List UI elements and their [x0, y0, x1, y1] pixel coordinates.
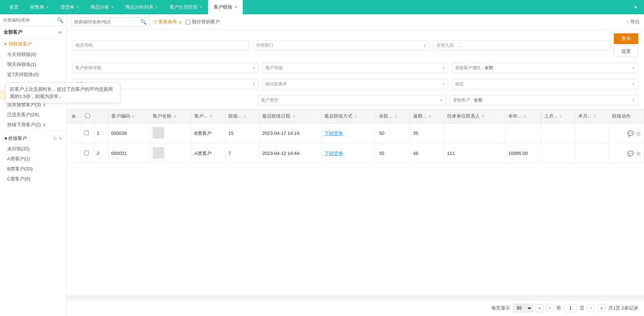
nav-purchase-close[interactable]: ×: [77, 5, 79, 10]
th-action: 联络动作: [609, 109, 644, 123]
payment-terms-dropdown-icon: ∨: [442, 82, 445, 86]
query-button[interactable]: 查询: [614, 33, 638, 44]
th-this-month[interactable]: 本月... ⇅: [575, 109, 609, 123]
edit-icon[interactable]: ✎: [59, 136, 62, 141]
chat-icon-2[interactable]: 💬: [627, 151, 634, 156]
select-all-checkbox[interactable]: [85, 113, 90, 118]
th-overdue[interactable]: 逾期... ⇅: [410, 109, 444, 123]
filter-payment-terms[interactable]: 收付款条件 ∨: [262, 79, 449, 89]
person-dots-btn[interactable]: ...: [457, 42, 462, 48]
sidebar-item-tomorrow-pending[interactable]: 明天待联络(1): [0, 60, 66, 70]
qr-icon-2[interactable]: ⊞: [636, 151, 641, 156]
content-area: 🔍 ▽ 更多条件 ∨ 我分管的客户 ↑ 导出: [66, 14, 644, 316]
sidebar-item-a-class[interactable]: A类客户(1): [0, 154, 66, 164]
sidebar-item-7days-pending[interactable]: 近7天待联络(0): [0, 70, 66, 80]
nav-product-analysis-close[interactable]: ×: [111, 5, 114, 10]
filter-scattered-customer[interactable]: 零散客户 全部 ∨: [450, 95, 638, 105]
window-close-button[interactable]: ×: [631, 4, 640, 11]
page-number-input[interactable]: [564, 304, 577, 312]
more-conditions-btn[interactable]: ▽ 更多条件 ∨: [153, 19, 182, 25]
settings-button[interactable]: 设置: [614, 46, 638, 57]
sort-code-icon: ⇅: [132, 114, 135, 118]
table-footer: 每页显示 50 10 20 100 « ‹ 第 页 › » 共1页 2条记录: [66, 300, 644, 316]
th-not-contacted[interactable]: 未联... ⇅: [376, 109, 410, 123]
filter-icon: ▽: [153, 19, 157, 25]
advanced-filter: 电话号码 分管部门 ∨ 分管人员 ... 查询 设置: [66, 30, 644, 109]
per-page-select[interactable]: 50 10 20 100: [513, 304, 533, 312]
filter-person[interactable]: 分管人员 ...: [433, 40, 610, 51]
sidebar-item-lost[interactable]: 已流失客户(24): [0, 110, 66, 120]
filter-status[interactable]: 状态 ∨: [452, 79, 638, 89]
row2-checkbox[interactable]: [84, 151, 89, 155]
td-last-date-2: 2023-04-12 14:44:: [259, 143, 321, 164]
sidebar-collapse-btn[interactable]: ≪: [58, 30, 62, 35]
th-unit-contact[interactable]: 往来单位联系人 ⇅: [444, 109, 505, 123]
qr-icon-1[interactable]: ⊞: [636, 131, 641, 136]
th-last-contact-method[interactable]: 最后联络方式 ⇅: [321, 109, 376, 123]
search-icon[interactable]: 🔍: [140, 19, 147, 25]
th-type[interactable]: 客户... ⇅: [191, 109, 226, 123]
sidebar-value-group[interactable]: ▼ 价值客户 ↻ ✎: [0, 133, 66, 144]
horizontal-scrollbar[interactable]: [66, 296, 644, 300]
nav-customer-contact[interactable]: 客户联络 ×: [208, 0, 243, 14]
nav-customer-contact-close[interactable]: ×: [235, 5, 237, 10]
sort-unit-icon: ⇅: [482, 114, 485, 118]
filter-customer-level[interactable]: 客户等级 ∨: [262, 63, 449, 73]
th-code[interactable]: 客户编码 ⇅: [108, 109, 150, 123]
filter-price-level[interactable]: 客户价格等级 ∨: [72, 63, 259, 73]
export-button[interactable]: ↑ 导出: [627, 19, 640, 25]
value-group-edit-icons: ↻ ✎: [53, 136, 62, 141]
page-label: 第: [556, 305, 561, 311]
sidebar-item-today-pending[interactable]: 今天待联络(0): [0, 49, 66, 60]
filter-phone[interactable]: 电话号码: [72, 40, 249, 51]
nav-customer-segmentation[interactable]: 客户分层经营 ×: [164, 0, 208, 14]
filter-scattered-attr[interactable]: 零散客户属性 全部 ∨: [452, 63, 638, 73]
th-checkbox[interactable]: [81, 109, 94, 123]
sidebar-search-input[interactable]: [3, 18, 57, 23]
sidebar-item-ungroups[interactable]: 未分组(32): [0, 144, 66, 154]
th-name[interactable]: 客户名称 ⇅: [150, 109, 191, 123]
sidebar-item-b-class[interactable]: B类客户(33): [0, 164, 66, 174]
td-check-1[interactable]: [81, 123, 94, 143]
last-method-link-1[interactable]: 下销货单: [324, 131, 343, 136]
nav-product-analysis[interactable]: 商品分析 ×: [85, 0, 120, 14]
td-name-1: [150, 123, 191, 143]
th-contact[interactable]: 联络... ⇅: [225, 109, 259, 123]
sidebar-item-c-class[interactable]: C类客户(6): [0, 174, 66, 184]
nav-product-analysis-list-close[interactable]: ×: [156, 5, 158, 10]
table-area: ⚙ 客户编码 ⇅ 客户名称 ⇅ 客户... ⇅ 联络... ⇅ 最后联络日期 ⇅…: [66, 109, 644, 296]
nav-purchase[interactable]: 进货单 ×: [55, 0, 85, 14]
search-input[interactable]: [74, 19, 140, 24]
th-settings[interactable]: ⚙: [66, 109, 81, 123]
th-last-month[interactable]: 上月... ⇅: [541, 109, 575, 123]
nav-sales-close[interactable]: ×: [46, 5, 49, 10]
td-last-method-2[interactable]: 下销货单: [321, 143, 376, 164]
th-this-year[interactable]: 本年... ⇅: [505, 109, 541, 123]
row1-checkbox[interactable]: [84, 131, 89, 135]
refresh-icon[interactable]: ↻: [53, 136, 57, 141]
nav-product-analysis-list[interactable]: 商品分析列表 ×: [120, 0, 164, 14]
nav-sales[interactable]: 销售单 ×: [24, 0, 55, 14]
search-box: 🔍: [71, 17, 150, 27]
last-page-btn[interactable]: »: [597, 304, 606, 312]
pending-contact-label: 待联络客户: [9, 41, 32, 47]
prev-page-btn[interactable]: ‹: [546, 304, 553, 312]
sidebar-item-declining[interactable]: 持续下滑客户(2) ℹ: [0, 120, 66, 130]
sidebar-pending-contact-group[interactable]: ▼ 待联络客户: [0, 39, 66, 49]
td-last-method-1[interactable]: 下销货单: [321, 123, 376, 143]
sidebar-search-icon[interactable]: 🔍: [57, 17, 63, 23]
tooltip-box: 距客户上次交易时长，超过了此客户的平均交易周期的1.5倍，则视为异常。: [5, 82, 66, 103]
nav-home[interactable]: 首页: [4, 0, 24, 14]
first-page-btn[interactable]: «: [536, 304, 544, 312]
th-last-contact-date[interactable]: 最后联络日期 ⇅: [259, 109, 321, 123]
filter-customer-type[interactable]: 客户类型 ∨: [258, 95, 446, 105]
sort-year-icon: ⇅: [524, 114, 527, 118]
chat-icon-1[interactable]: 💬: [627, 131, 634, 136]
td-unit-contact-1: [444, 123, 505, 143]
nav-customer-segmentation-close[interactable]: ×: [200, 5, 202, 10]
td-check-2[interactable]: [81, 143, 94, 164]
next-page-btn[interactable]: ›: [587, 304, 594, 312]
last-method-link-2[interactable]: 下销货单: [324, 151, 343, 156]
my-customers-checkbox[interactable]: [186, 20, 190, 24]
filter-dept[interactable]: 分管部门 ∨: [253, 40, 430, 51]
